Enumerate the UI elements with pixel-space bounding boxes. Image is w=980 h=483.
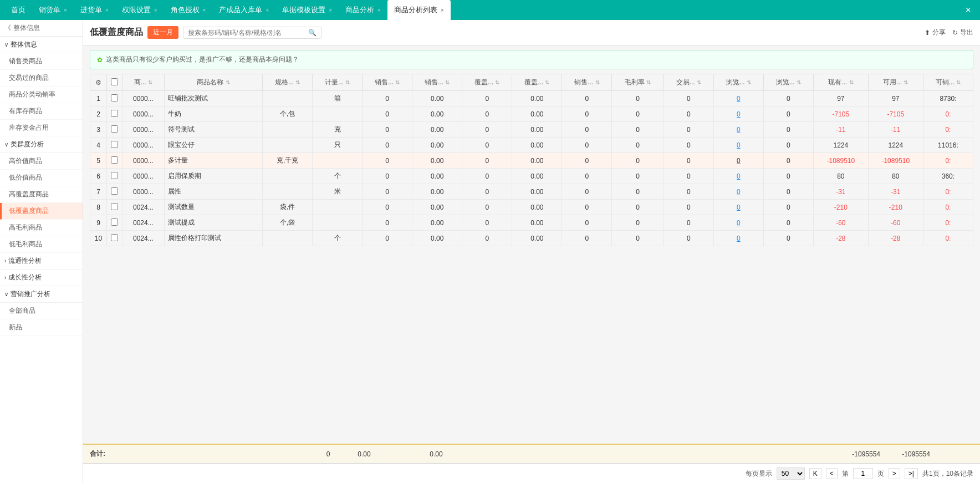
col-cover1[interactable]: 覆盖... ⇅ xyxy=(462,74,512,91)
col-sales3[interactable]: 销售... ⇅ xyxy=(562,74,612,91)
col-spec[interactable]: 规格... ⇅ xyxy=(263,74,313,91)
row-current: -1089510 xyxy=(813,153,868,169)
sidebar-item-in-stock[interactable]: 有库存商品 xyxy=(0,103,83,120)
close-icon[interactable]: × xyxy=(266,7,269,13)
row-browse2: 0 xyxy=(763,169,813,184)
row-sales3: 0 xyxy=(562,200,612,215)
col-trade[interactable]: 交易... ⇅ xyxy=(663,74,713,91)
row-browse1[interactable]: 0 xyxy=(713,231,763,246)
row-checkbox[interactable] xyxy=(111,234,118,241)
sidebar-group-liquidity[interactable]: › 流通性分析 xyxy=(0,253,83,270)
row-browse1[interactable]: 0 xyxy=(713,106,763,122)
sidebar-item-traded-goods[interactable]: 交易过的商品 xyxy=(0,70,83,87)
row-checkbox[interactable] xyxy=(111,141,118,148)
sidebar-group-overall[interactable]: ∨ 整体信息 xyxy=(0,37,83,53)
row-cover1: 0 xyxy=(462,138,512,153)
sidebar-item-low-profit[interactable]: 低毛利商品 xyxy=(0,236,83,253)
close-icon[interactable]: × xyxy=(64,7,67,13)
row-browse1[interactable]: 0 xyxy=(713,215,763,231)
row-gross: 0 xyxy=(612,184,663,200)
row-browse1[interactable]: 0 xyxy=(713,200,763,215)
col-browse1[interactable]: 浏览... ⇅ xyxy=(713,74,763,91)
row-unit: 克 xyxy=(313,122,363,138)
col-sales1[interactable]: 销售... ⇅ xyxy=(363,74,412,91)
close-icon[interactable]: × xyxy=(441,7,444,13)
nav-tab-sales[interactable]: 销货单 × xyxy=(32,0,74,20)
row-sales1: 0 xyxy=(363,91,412,106)
row-gross: 0 xyxy=(612,122,663,138)
col-browse2[interactable]: 浏览... ⇅ xyxy=(763,74,813,91)
row-checkbox[interactable] xyxy=(111,203,118,210)
close-icon[interactable]: × xyxy=(377,7,381,13)
row-checkbox[interactable] xyxy=(111,172,118,179)
row-checkbox[interactable] xyxy=(111,187,118,195)
nav-tab-home[interactable]: 首页 xyxy=(4,0,32,20)
row-checkbox[interactable] xyxy=(111,125,118,133)
nav-tab-analysis[interactable]: 商品分析 × xyxy=(339,0,387,20)
close-icon[interactable]: × xyxy=(203,7,206,13)
page-label: 第 xyxy=(842,469,849,479)
col-cover2[interactable]: 覆盖... ⇅ xyxy=(512,74,562,91)
sidebar-item-all-goods[interactable]: 全部商品 xyxy=(0,303,83,319)
nav-tab-template[interactable]: 单据模板设置 × xyxy=(275,0,339,20)
sidebar-item-high-coverage[interactable]: 高覆盖度商品 xyxy=(0,186,83,203)
row-current: 97 xyxy=(813,91,868,106)
nav-tab-product-entry[interactable]: 产成品入库单 × xyxy=(212,0,275,20)
sidebar-item-sales-goods[interactable]: 销售类商品 xyxy=(0,53,83,70)
row-checkbox[interactable] xyxy=(111,156,118,164)
sidebar-item-stock-capital[interactable]: 库存资金占用 xyxy=(0,120,83,136)
share-button[interactable]: ⬆ 分享 xyxy=(925,28,946,37)
row-browse1[interactable]: 0 xyxy=(713,169,763,184)
col-settings[interactable]: ⚙ xyxy=(90,74,107,91)
row-browse1[interactable]: 0 xyxy=(713,91,763,106)
export-button[interactable]: ↻ 导出 xyxy=(952,28,973,37)
col-available[interactable]: 可用... ⇅ xyxy=(868,74,923,91)
current-page-input[interactable] xyxy=(853,468,873,479)
row-browse1[interactable]: 0 xyxy=(713,122,763,138)
col-sales2[interactable]: 销售... ⇅ xyxy=(412,74,462,91)
row-checkbox[interactable] xyxy=(111,218,118,226)
sidebar-item-high-profit[interactable]: 高毛利商品 xyxy=(0,220,83,236)
row-gross: 0 xyxy=(612,215,663,231)
row-browse1[interactable]: 0 xyxy=(713,153,763,169)
nav-tab-analysis-list[interactable]: 商品分析列表 × xyxy=(387,0,451,20)
sidebar-item-high-value[interactable]: 高价值商品 xyxy=(0,153,83,170)
sidebar-item-low-value[interactable]: 低价值商品 xyxy=(0,170,83,186)
period-button[interactable]: 近一月 xyxy=(147,26,178,39)
row-browse1[interactable]: 0 xyxy=(713,138,763,153)
sidebar-group-growth[interactable]: › 成长性分析 xyxy=(0,270,83,286)
prev-page-button[interactable]: < xyxy=(826,468,838,479)
close-icon[interactable]: × xyxy=(329,7,332,13)
select-all-checkbox[interactable] xyxy=(111,78,118,85)
nav-tab-permissions[interactable]: 权限设置 × xyxy=(115,0,164,20)
sidebar-collapse-button[interactable]: 《 整体信息 xyxy=(0,20,83,37)
first-page-button[interactable]: K xyxy=(809,468,821,479)
row-checkbox[interactable] xyxy=(111,110,118,117)
col-unit[interactable]: 计量... ⇅ xyxy=(313,74,363,91)
col-name[interactable]: 商品名称 ⇅ xyxy=(164,74,262,91)
row-checkbox[interactable] xyxy=(111,94,118,101)
row-browse1[interactable]: 0 xyxy=(713,184,763,200)
close-icon[interactable]: × xyxy=(105,7,109,13)
row-available: -1089510 xyxy=(868,153,923,169)
page-size-select[interactable]: 50 20 100 xyxy=(777,467,805,480)
next-page-button[interactable]: > xyxy=(889,468,900,479)
sidebar-group-cluster[interactable]: ∨ 类群度分析 xyxy=(0,136,83,153)
close-icon[interactable]: × xyxy=(154,7,157,13)
col-code[interactable]: 商... ⇅ xyxy=(122,74,165,91)
sidebar-item-new-goods[interactable]: 新品 xyxy=(0,319,83,336)
search-input[interactable] xyxy=(188,29,306,37)
col-gross[interactable]: 毛利率 ⇅ xyxy=(612,74,663,91)
col-current[interactable]: 现有... ⇅ xyxy=(813,74,868,91)
col-sellable[interactable]: 可销... ⇅ xyxy=(923,74,973,91)
sidebar-item-low-coverage[interactable]: 低覆盖度商品 xyxy=(0,203,83,220)
nav-tab-roles[interactable]: 角色授权 × xyxy=(164,0,213,20)
last-page-button[interactable]: >| xyxy=(905,468,918,479)
nav-tab-purchase[interactable]: 进货单 × xyxy=(74,0,115,20)
window-close-button[interactable]: × xyxy=(961,4,976,16)
search-icon[interactable]: 🔍 xyxy=(308,29,317,37)
sidebar-group-marketing[interactable]: ∨ 营销推广分析 xyxy=(0,286,83,303)
sidebar-item-category-rate[interactable]: 商品分类动销率 xyxy=(0,87,83,103)
total-cells: 0 0.00 0.00 -1095554 -1095554 xyxy=(134,450,973,458)
top-nav: 首页 销货单 × 进货单 × 权限设置 × 角色授权 × 产成品入库单 × 单据… xyxy=(0,0,980,20)
